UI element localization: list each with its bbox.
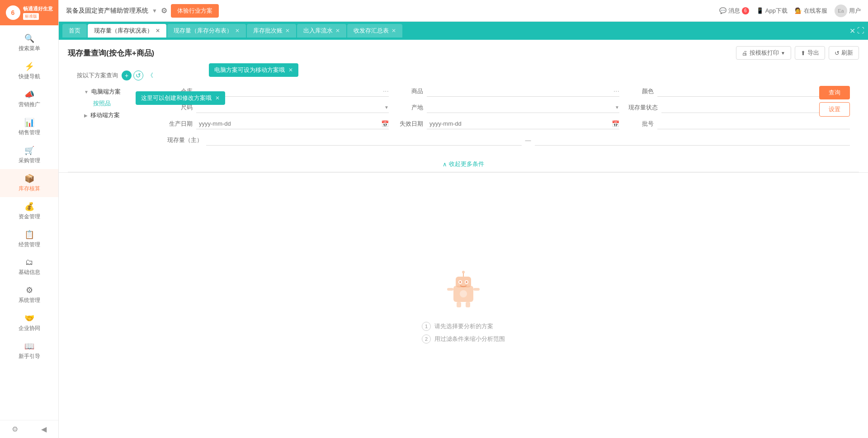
- filter-row-4: 现存量（主） —: [167, 135, 850, 146]
- collapse-more-btn[interactable]: ∧ 收起更多条件: [77, 156, 850, 172]
- warehouse-dots-icon[interactable]: ···: [383, 87, 389, 95]
- app-download-label: App下载: [765, 7, 788, 15]
- user-area[interactable]: Ea 用户: [835, 5, 861, 17]
- svg-rect-1: [456, 277, 471, 287]
- tab-home[interactable]: 首页: [62, 24, 87, 38]
- export-btn[interactable]: ⬆ 导出: [795, 46, 825, 60]
- sidebar-item-enterprise[interactable]: 🤝 企业协同: [0, 309, 58, 337]
- refresh-icon: ↺: [835, 50, 840, 57]
- sidebar-item-quick-nav[interactable]: ⚡ 快捷导航: [0, 57, 58, 85]
- message-badge: 6: [742, 7, 749, 14]
- stock-main-from[interactable]: [206, 135, 522, 146]
- settings-footer-icon[interactable]: ⚙: [12, 425, 18, 433]
- batch-input[interactable]: [657, 118, 850, 129]
- tab-home-label: 首页: [69, 27, 80, 35]
- tip-text-1: 请先选择要分析的方案: [434, 322, 493, 330]
- stock-status-select[interactable]: [661, 102, 845, 113]
- tab-in-out-flow[interactable]: 出入库流水 ✕: [297, 24, 346, 38]
- expire-date-calendar-icon[interactable]: 📅: [612, 120, 619, 127]
- sidebar-item-inventory[interactable]: 📦 库存核算: [0, 169, 58, 197]
- sidebar-item-marketing[interactable]: 📣 营销推广: [0, 85, 58, 113]
- sidebar-nav: 🔍 搜索菜单 ⚡ 快捷导航 📣 营销推广 📊 销售管理 🛒 采购管理 📦 库存核…: [0, 25, 58, 420]
- expire-date-label: 失效日期: [398, 120, 423, 128]
- filter-row-3: 生产日期 📅 失效日期 �: [167, 118, 850, 129]
- sidebar-item-label-sales: 销售管理: [19, 129, 40, 137]
- online-service-btn[interactable]: 💁 在线客服: [795, 7, 827, 15]
- tooltip-create-scheme-close[interactable]: ✕: [215, 95, 220, 101]
- sidebar-item-purchase[interactable]: 🛒 采购管理: [0, 141, 58, 169]
- tab-inventory-dist-label: 现存量（库存分布表）: [174, 27, 232, 35]
- sidebar-item-label-operations: 经营管理: [19, 241, 40, 249]
- close-all-tabs-icon[interactable]: ✕: [849, 27, 855, 35]
- scheme-desktop-label: 电脑端方案: [91, 88, 121, 96]
- tab-receipt-summary[interactable]: 收发存汇总表 ✕: [347, 24, 402, 38]
- sidebar-item-label-guide: 新手引导: [19, 353, 40, 360]
- back-scheme-btn[interactable]: 《: [145, 71, 155, 80]
- sidebar-item-sales[interactable]: 📊 销售管理: [0, 113, 58, 141]
- origin-dropdown-icon[interactable]: ▼: [615, 105, 619, 110]
- query-btn[interactable]: 查询: [819, 86, 850, 99]
- sidebar-item-label-search: 搜索菜单: [19, 45, 40, 52]
- expire-date-from[interactable]: [427, 118, 610, 129]
- goods-dots-icon[interactable]: ···: [613, 87, 619, 95]
- stock-main-to[interactable]: [535, 135, 850, 146]
- print-btn[interactable]: 🖨 按模板打印 ▼: [736, 46, 791, 60]
- svg-rect-9: [473, 288, 480, 291]
- system-dropdown-icon[interactable]: ▼: [152, 8, 157, 14]
- enterprise-icon: 🤝: [24, 313, 34, 323]
- stock-main-label: 现存量（主）: [167, 136, 203, 144]
- size-dropdown-icon[interactable]: ▼: [384, 105, 389, 110]
- add-scheme-btn[interactable]: +: [122, 71, 132, 80]
- avatar-text: Ea: [838, 8, 844, 14]
- tooltip-create-scheme-text: 这里可以创建和修改方案哦: [141, 94, 212, 102]
- industry-btn[interactable]: 体验行业方案: [171, 4, 219, 18]
- tabbar-actions: ✕ ⛶: [849, 27, 864, 35]
- tab-inventory-status-close[interactable]: ✕: [156, 28, 160, 34]
- origin-select[interactable]: [427, 102, 615, 113]
- tab-receipt-summary-close[interactable]: ✕: [392, 28, 396, 34]
- refresh-scheme-btn[interactable]: ↺: [133, 71, 143, 80]
- filter-row-1: 仓库 ··· 商品 ···: [167, 86, 850, 97]
- tab-in-out-flow-label: 出入库流水: [303, 27, 333, 35]
- prod-date-from[interactable]: [196, 118, 379, 129]
- tab-inventory-status[interactable]: 现存量（库存状况表） ✕: [88, 24, 166, 38]
- color-select[interactable]: [657, 86, 845, 96]
- collapse-sidebar-icon[interactable]: ◀: [41, 425, 47, 433]
- tab-inventory-dist[interactable]: 现存量（库存分布表） ✕: [167, 24, 246, 38]
- message-btn[interactable]: 💬 消息 6: [719, 7, 749, 15]
- basic-icon: 🗂: [25, 258, 33, 267]
- sidebar-item-operations[interactable]: 📋 经营管理: [0, 225, 58, 253]
- sidebar-item-search-menu[interactable]: 🔍 搜索菜单: [0, 29, 58, 57]
- sidebar-item-system[interactable]: ⚙ 系统管理: [0, 281, 58, 309]
- scheme-mobile-label: 移动端方案: [90, 111, 120, 119]
- tab-inventory-dist-close[interactable]: ✕: [235, 28, 240, 34]
- sidebar-item-label-quick: 快捷导航: [19, 73, 40, 80]
- tooltip-scheme-name-close[interactable]: ✕: [288, 67, 293, 73]
- print-label: 按模板打印: [750, 49, 779, 57]
- svg-rect-11: [466, 302, 470, 307]
- origin-label: 产地: [398, 104, 423, 112]
- goods-input[interactable]: [427, 86, 613, 96]
- expire-date-wrapper: 📅: [427, 118, 619, 129]
- reset-btn[interactable]: 设置: [819, 102, 850, 117]
- expand-tabs-icon[interactable]: ⛶: [857, 27, 864, 35]
- tab-batch-account-close[interactable]: ✕: [285, 28, 290, 34]
- online-service-label: 在线客服: [804, 7, 827, 15]
- sidebar-item-finance[interactable]: 💰 资金管理: [0, 197, 58, 225]
- tab-in-out-flow-close[interactable]: ✕: [335, 28, 340, 34]
- tooltip-scheme-name: 电脑方案可设为移动方案哦 ✕: [209, 63, 298, 77]
- sidebar-item-basic[interactable]: 🗂 基础信息: [0, 253, 58, 281]
- svg-point-7: [462, 271, 465, 273]
- tab-batch-account-label: 库存批次账: [253, 27, 283, 35]
- filter-icons: + ↺ 《: [122, 71, 155, 80]
- app-download-btn[interactable]: 📱 App下载: [756, 7, 788, 15]
- settings-icon[interactable]: ⚙: [161, 6, 167, 15]
- filter-section: 电脑方案可设为移动方案哦 ✕ 这里可以创建和修改方案哦 ✕ 按以下方案查询 + …: [68, 65, 859, 172]
- desktop-arrow-icon: ▼: [84, 89, 89, 94]
- sidebar-item-guide[interactable]: 📖 新手引导: [0, 337, 58, 365]
- page-title: 现存量查询(按仓库+商品): [68, 48, 154, 58]
- tab-batch-account[interactable]: 库存批次账 ✕: [247, 24, 296, 38]
- prod-date-calendar-icon[interactable]: 📅: [381, 120, 389, 127]
- refresh-btn[interactable]: ↺ 刷新: [829, 46, 859, 60]
- scheme-mobile[interactable]: ▶ 移动端方案: [80, 109, 164, 121]
